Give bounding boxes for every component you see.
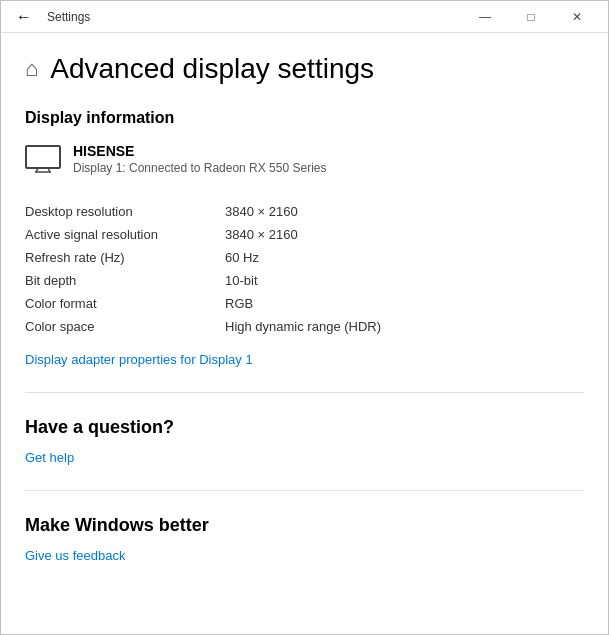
row-value: 60 Hz: [225, 246, 584, 269]
row-label: Refresh rate (Hz): [25, 246, 225, 269]
display-info-table: Desktop resolution3840 × 2160Active sign…: [25, 200, 584, 338]
svg-rect-0: [26, 146, 60, 168]
feedback-heading: Make Windows better: [25, 515, 584, 536]
content-area: ⌂ Advanced display settings Display info…: [1, 33, 608, 634]
display-info-heading: Display information: [25, 109, 584, 127]
maximize-button[interactable]: □: [508, 1, 554, 33]
divider-2: [25, 490, 584, 491]
close-button[interactable]: ✕: [554, 1, 600, 33]
title-bar-left: ← Settings: [9, 2, 90, 32]
table-row: Color spaceHigh dynamic range (HDR): [25, 315, 584, 338]
row-value: 10-bit: [225, 269, 584, 292]
table-row: Desktop resolution3840 × 2160: [25, 200, 584, 223]
divider-1: [25, 392, 584, 393]
window: ← Settings — □ ✕ ⌂ Advanced display sett…: [0, 0, 609, 635]
monitor-icon: [25, 145, 61, 180]
minimize-button[interactable]: —: [462, 1, 508, 33]
row-label: Desktop resolution: [25, 200, 225, 223]
give-feedback-link[interactable]: Give us feedback: [25, 548, 125, 563]
question-heading: Have a question?: [25, 417, 584, 438]
display-name: HISENSE: [73, 143, 326, 159]
row-value: RGB: [225, 292, 584, 315]
row-value: 3840 × 2160: [225, 200, 584, 223]
row-label: Bit depth: [25, 269, 225, 292]
table-row: Bit depth10-bit: [25, 269, 584, 292]
page-title: ⌂ Advanced display settings: [25, 53, 584, 85]
row-label: Color space: [25, 315, 225, 338]
back-button[interactable]: ←: [9, 2, 39, 32]
title-bar-controls: — □ ✕: [462, 1, 600, 33]
table-row: Color formatRGB: [25, 292, 584, 315]
table-row: Active signal resolution3840 × 2160: [25, 223, 584, 246]
page-title-label: Advanced display settings: [50, 53, 374, 85]
display-identity: HISENSE Display 1: Connected to Radeon R…: [73, 143, 326, 175]
table-row: Refresh rate (Hz)60 Hz: [25, 246, 584, 269]
adapter-properties-link[interactable]: Display adapter properties for Display 1: [25, 352, 253, 367]
row-label: Color format: [25, 292, 225, 315]
display-info-header: HISENSE Display 1: Connected to Radeon R…: [25, 143, 584, 180]
home-icon: ⌂: [25, 56, 38, 82]
row-label: Active signal resolution: [25, 223, 225, 246]
get-help-link[interactable]: Get help: [25, 450, 74, 465]
title-bar: ← Settings — □ ✕: [1, 1, 608, 33]
row-value: High dynamic range (HDR): [225, 315, 584, 338]
row-value: 3840 × 2160: [225, 223, 584, 246]
title-bar-title: Settings: [47, 10, 90, 24]
display-subtitle: Display 1: Connected to Radeon RX 550 Se…: [73, 161, 326, 175]
